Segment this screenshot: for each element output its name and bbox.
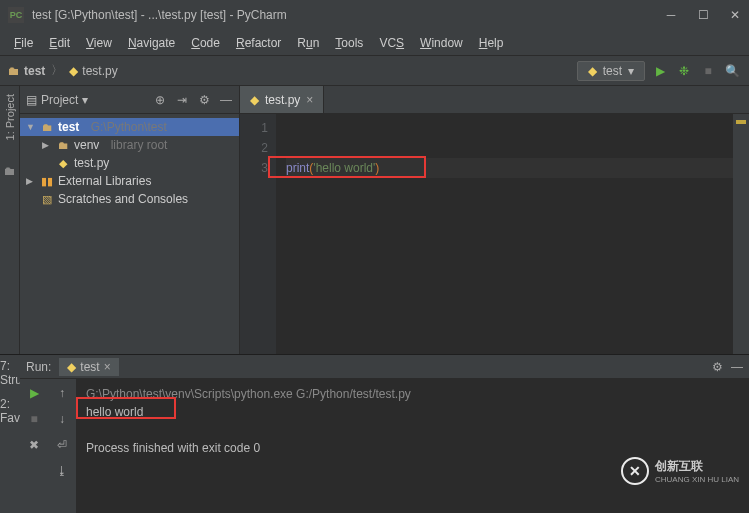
module-icon: 🖿 [40, 120, 54, 134]
editor: ◆test.py× 123 print('hello world') [240, 86, 749, 354]
run-panel: 7: Structure 2: Favorites Run: ◆test× ⚙ … [0, 354, 749, 513]
toolwindow-structure[interactable]: 7: Structure [0, 359, 20, 387]
export-icon[interactable]: ⭳ [54, 463, 70, 479]
folder-icon: 🖿 [56, 138, 70, 152]
rerun-icon[interactable]: ▶ [26, 385, 42, 401]
editor-right-gutter [733, 114, 749, 354]
menu-file[interactable]: File [8, 34, 39, 52]
python-icon: ◆ [250, 93, 259, 107]
target-icon[interactable]: ⊕ [153, 93, 167, 107]
menu-view[interactable]: View [80, 34, 118, 52]
warning-marker[interactable] [736, 120, 746, 124]
run-stdout: hello world [86, 403, 739, 421]
tree-file[interactable]: ◆test.py [20, 154, 239, 172]
run-button[interactable]: ▶ [651, 62, 669, 80]
debug-button[interactable]: ❉ [675, 62, 693, 80]
breadcrumb-file[interactable]: ◆test.py [69, 64, 117, 78]
run-exit: Process finished with exit code 0 [86, 439, 739, 457]
menu-refactor[interactable]: Refactor [230, 34, 287, 52]
menu-code[interactable]: Code [185, 34, 226, 52]
menu-run[interactable]: Run [291, 34, 325, 52]
watermark-subtext: CHUANG XIN HU LIAN [655, 475, 739, 484]
project-header-label: Project [41, 93, 78, 107]
menu-edit[interactable]: Edit [43, 34, 76, 52]
python-icon: ◆ [69, 64, 78, 78]
project-header: ▤Project▾ ⊕ ⇥ ⚙ — [20, 86, 239, 114]
editor-tab[interactable]: ◆test.py× [240, 86, 324, 113]
maximize-button[interactable]: ☐ [697, 9, 709, 21]
toolwindow-project[interactable]: 1: Project [4, 90, 16, 144]
menu-help[interactable]: Help [473, 34, 510, 52]
left-toolrail: 1: Project 🖿 [0, 86, 20, 354]
folder-icon: 🖿 [8, 64, 20, 78]
project-view-icon: ▤ [26, 93, 37, 107]
menu-window[interactable]: Window [414, 34, 469, 52]
tree-root[interactable]: ▼🖿test G:\Python\test [20, 118, 239, 136]
breadcrumb-root[interactable]: 🖿test [8, 64, 45, 78]
run-header: Run: ◆test× ⚙ — [20, 355, 749, 379]
chevron-down-icon: ▾ [628, 64, 634, 78]
watermark-text: 创新互联 [655, 458, 739, 475]
project-panel: ▤Project▾ ⊕ ⇥ ⚙ — ▼🖿test G:\Python\test … [20, 86, 240, 354]
run-label: Run: [26, 360, 51, 374]
close-button[interactable]: ✕ [729, 9, 741, 21]
editor-tabs: ◆test.py× [240, 86, 749, 114]
hide-icon[interactable]: — [731, 360, 743, 374]
run-toolbar-right: ↑ ↓ ⏎ ⭳ [48, 379, 76, 513]
code-text[interactable]: print('hello world') [276, 114, 733, 354]
run-config-dropdown[interactable]: ◆test▾ [577, 61, 645, 81]
chevron-right-icon: 〉 [51, 62, 63, 79]
main-area: 1: Project 🖿 ▤Project▾ ⊕ ⇥ ⚙ — ▼🖿test G:… [0, 86, 749, 354]
navbar: 🖿test 〉 ◆test.py ◆test▾ ▶ ❉ ■ 🔍 [0, 56, 749, 86]
watermark-icon: ✕ [621, 457, 649, 485]
project-tree: ▼🖿test G:\Python\test ▶🖿venv library roo… [20, 114, 239, 354]
window-title: test [G:\Python\test] - ...\test.py [tes… [32, 8, 665, 22]
hide-icon[interactable]: — [219, 93, 233, 107]
up-icon[interactable]: ↑ [54, 385, 70, 401]
wrap-icon[interactable]: ⏎ [54, 437, 70, 453]
scratches-icon: ▧ [40, 192, 54, 206]
collapse-icon[interactable]: ⇥ [175, 93, 189, 107]
stop-button[interactable]: ■ [699, 62, 717, 80]
run-command: G:\Python\test\venv\Scripts\python.exe G… [86, 385, 739, 403]
gear-icon[interactable]: ⚙ [712, 360, 723, 374]
python-icon: ◆ [56, 156, 70, 170]
code-area[interactable]: 123 print('hello world') [240, 114, 749, 354]
run-output[interactable]: G:\Python\test\venv\Scripts\python.exe G… [76, 379, 749, 513]
folder-icon[interactable]: 🖿 [4, 164, 16, 178]
app-icon: PC [8, 7, 24, 23]
run-toolbar-left: ▶ ■ ✖ [20, 379, 48, 513]
titlebar: PC test [G:\Python\test] - ...\test.py [… [0, 0, 749, 30]
python-icon: ◆ [588, 64, 597, 78]
minimize-button[interactable]: ─ [665, 9, 677, 21]
run-tab[interactable]: ◆test× [59, 358, 118, 376]
gutter: 123 [240, 114, 276, 354]
tree-scratch[interactable]: ▧Scratches and Consoles [20, 190, 239, 208]
left-toolrail-lower: 7: Structure 2: Favorites [0, 355, 20, 513]
watermark: ✕ 创新互联 CHUANG XIN HU LIAN [621, 457, 739, 485]
toolwindow-favorites[interactable]: 2: Favorites [0, 397, 20, 425]
python-icon: ◆ [67, 360, 76, 374]
menu-tools[interactable]: Tools [329, 34, 369, 52]
menu-navigate[interactable]: Navigate [122, 34, 181, 52]
menu-vcs[interactable]: VCS [373, 34, 410, 52]
chevron-down-icon[interactable]: ▾ [82, 93, 88, 107]
tree-venv[interactable]: ▶🖿venv library root [20, 136, 239, 154]
stop-icon[interactable]: ■ [26, 411, 42, 427]
search-button[interactable]: 🔍 [723, 62, 741, 80]
down-icon[interactable]: ↓ [54, 411, 70, 427]
menubar: File Edit View Navigate Code Refactor Ru… [0, 30, 749, 56]
libraries-icon: ▮▮ [40, 174, 54, 188]
close-tab-icon[interactable]: × [306, 93, 313, 107]
tree-extlib[interactable]: ▶▮▮External Libraries [20, 172, 239, 190]
close-icon[interactable]: × [104, 360, 111, 374]
cross-icon[interactable]: ✖ [26, 437, 42, 453]
gear-icon[interactable]: ⚙ [197, 93, 211, 107]
